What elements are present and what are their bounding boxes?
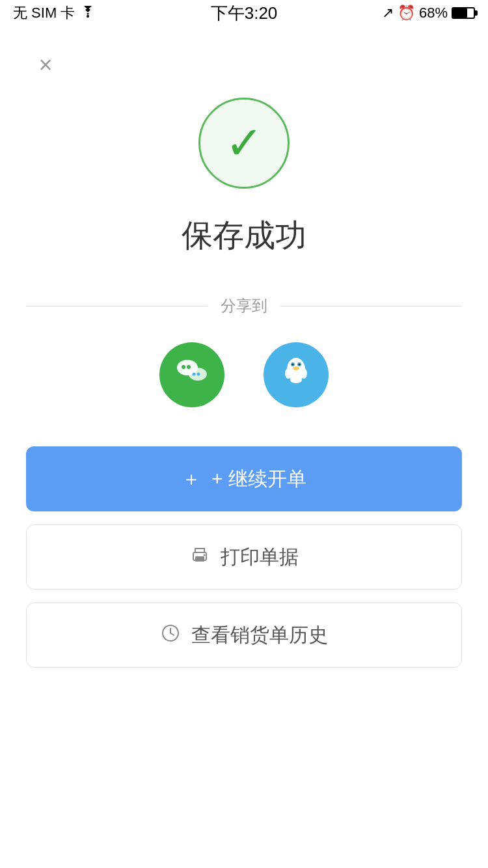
continue-button[interactable]: ＋ + 继续开单 xyxy=(26,446,462,511)
svg-point-19 xyxy=(204,554,206,556)
check-icon: ✓ xyxy=(225,120,264,166)
share-divider: 分享到 xyxy=(26,295,462,316)
svg-point-0 xyxy=(87,15,89,18)
continue-label: + 继续开单 xyxy=(211,466,306,493)
action-buttons: ＋ + 继续开单 打印单据 查看销货单历史 xyxy=(26,446,462,668)
svg-point-11 xyxy=(292,364,294,366)
share-section: 分享到 xyxy=(26,295,462,407)
alarm-icon: ⏰ xyxy=(398,5,415,21)
history-label: 查看销货单历史 xyxy=(191,622,328,649)
close-icon: × xyxy=(38,51,52,79)
svg-point-5 xyxy=(193,373,196,376)
print-button[interactable]: 打印单据 xyxy=(26,524,462,590)
location-icon: ↗ xyxy=(382,5,394,21)
qq-share-button[interactable] xyxy=(264,342,329,407)
main-content: ✓ 保存成功 分享到 xyxy=(0,85,488,868)
history-icon xyxy=(160,623,181,648)
svg-point-12 xyxy=(299,364,301,366)
svg-point-13 xyxy=(293,366,299,370)
history-button[interactable]: 查看销货单历史 xyxy=(26,603,462,668)
battery-percent: 68% xyxy=(419,5,448,21)
svg-point-3 xyxy=(182,365,185,369)
wifi-icon xyxy=(80,5,96,21)
share-icons xyxy=(26,342,462,407)
success-circle: ✓ xyxy=(198,98,290,189)
svg-point-4 xyxy=(187,365,191,369)
wechat-icon xyxy=(174,356,210,394)
status-left: 无 SIM 卡 xyxy=(13,3,96,23)
battery-icon xyxy=(452,7,475,19)
success-title: 保存成功 xyxy=(182,215,306,256)
qq-icon xyxy=(278,353,314,397)
print-icon xyxy=(189,545,210,570)
print-label: 打印单据 xyxy=(221,544,299,571)
close-button[interactable]: × xyxy=(26,46,65,85)
status-time: 下午3:20 xyxy=(211,2,278,25)
wechat-share-button[interactable] xyxy=(159,342,224,407)
svg-rect-18 xyxy=(195,556,204,562)
svg-point-14 xyxy=(285,368,291,379)
svg-point-15 xyxy=(301,368,307,379)
plus-icon: ＋ xyxy=(182,466,201,493)
status-bar: 无 SIM 卡 下午3:20 ↗ ⏰ 68% xyxy=(0,0,488,26)
svg-point-16 xyxy=(290,377,302,383)
share-label: 分享到 xyxy=(221,295,267,316)
svg-point-6 xyxy=(197,373,200,376)
carrier-text: 无 SIM 卡 xyxy=(13,3,75,23)
status-right: ↗ ⏰ 68% xyxy=(382,5,475,21)
